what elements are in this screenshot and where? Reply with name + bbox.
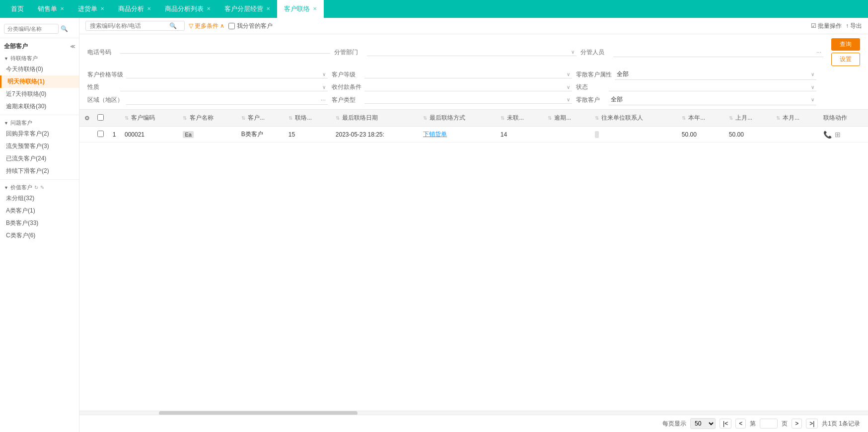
export-icon: ↑ xyxy=(846,22,849,29)
sidebar-item-b-class[interactable]: B类客户(33) xyxy=(0,217,79,229)
top-navigation: 首页 销售单 ✕ 进货单 ✕ 商品分析 ✕ 商品分析列表 ✕ 客户分层经营 ✕ … xyxy=(0,0,868,18)
per-page-select[interactable]: 50 100 200 xyxy=(690,418,716,429)
export-button[interactable]: ↑ 导出 xyxy=(846,22,862,30)
row-uncontact: 14 xyxy=(498,127,545,143)
close-purchase-order-icon[interactable]: ✕ xyxy=(100,0,104,18)
sidebar-search-input[interactable] xyxy=(4,24,59,34)
sidebar-item-churned[interactable]: 已流失客户(24) xyxy=(0,152,79,165)
sidebar-search-icon[interactable]: 🔍 xyxy=(61,25,68,32)
dept-select[interactable]: ∨ xyxy=(367,48,577,56)
last-contact-date-col-header[interactable]: ⇅ 最后联络日期 xyxy=(333,110,420,127)
close-customer-tier-icon[interactable]: ✕ xyxy=(266,0,270,18)
uncontact-col-header[interactable]: ⇅ 未联... xyxy=(498,110,545,127)
phone-action-icon[interactable]: 📞 xyxy=(823,131,832,139)
select-all-checkbox[interactable] xyxy=(97,114,104,121)
customer-level-select[interactable]: ∨ xyxy=(364,71,572,78)
page-number-input[interactable]: 1 xyxy=(760,419,778,429)
nav-sales-order[interactable]: 销售单 ✕ xyxy=(31,0,71,18)
phone-input[interactable] xyxy=(120,51,330,54)
nav-product-analysis[interactable]: 商品分析 ✕ xyxy=(111,0,158,18)
this-month-col-header[interactable]: ⇅ 本月... xyxy=(773,110,820,127)
sidebar-item-a-class[interactable]: A类客户(1) xyxy=(0,205,79,217)
retail-attr-select[interactable]: 全部 ∨ xyxy=(615,69,816,80)
close-customer-contact-icon[interactable]: ✕ xyxy=(313,0,317,18)
retail-customer-select[interactable]: 全部 ∨ xyxy=(609,94,816,105)
last-month-col-header[interactable]: ⇅ 上月... xyxy=(726,110,773,127)
row-this-month xyxy=(773,127,820,143)
batch-operation-button[interactable]: ☑ 批量操作 xyxy=(811,22,842,30)
payment-select[interactable]: ∨ xyxy=(364,83,572,91)
sidebar-item-overdue[interactable]: 逾期未联络(30) xyxy=(0,100,79,113)
sort-icon10: ⇅ xyxy=(682,115,686,121)
filter-bar: 🔍 ▽ 更多条件 ∧ 我分管的客户 ☑ 批量操作 ↑ 导出 xyxy=(79,18,868,34)
sidebar-item-churn-warning[interactable]: 流失预警客户(3) xyxy=(0,140,79,152)
sort-icon5: ⇅ xyxy=(336,115,340,121)
sidebar-item-tomorrow[interactable]: 明天待联络(1) xyxy=(0,75,79,88)
unit-contact-col-header[interactable]: ⇅ 往来单位联系人 xyxy=(592,110,679,127)
region-select[interactable]: ··· xyxy=(126,95,328,105)
sidebar-item-ungrouped[interactable]: 未分组(32) xyxy=(0,192,79,205)
nav-customer-tier[interactable]: 客户分层经营 ✕ xyxy=(217,0,277,18)
manager-select[interactable]: ··· xyxy=(613,48,823,57)
overdue-col-header[interactable]: ⇅ 逾期... xyxy=(545,110,592,127)
customer-type-select[interactable]: ∨ xyxy=(364,96,572,104)
group-pending-contact: ▼ 待联络客户 xyxy=(0,53,79,63)
more-filter-button[interactable]: ▽ 更多条件 ∧ xyxy=(189,22,224,30)
customer-price-select[interactable]: ∨ xyxy=(126,71,328,78)
name-col-header[interactable]: ⇅ 客户名称 xyxy=(180,110,238,127)
last-contact-way-col-header[interactable]: ⇅ 最后联络方式 xyxy=(420,110,498,127)
arrow-icon: ▼ xyxy=(4,56,8,61)
search-box: 🔍 xyxy=(85,21,185,31)
page-end-label: 页 xyxy=(782,420,788,428)
arrow-icon3: ▼ xyxy=(4,185,8,190)
total-label: 共1页 1条记录 xyxy=(822,420,860,428)
status-select[interactable]: ∨ xyxy=(609,83,816,91)
code-col-header[interactable]: ⇅ 客户编码 xyxy=(122,110,180,127)
row-last-contact-way[interactable]: 下销货单 xyxy=(420,127,498,143)
all-customers-header[interactable]: 全部客户 ≪ xyxy=(0,40,79,53)
edit-icon[interactable]: ✎ xyxy=(40,185,44,190)
search-input[interactable] xyxy=(90,22,169,29)
type-col-header[interactable]: ⇅ 客户... xyxy=(238,110,286,127)
sidebar-item-7days[interactable]: 近7天待联络(0) xyxy=(0,88,79,100)
nav-home[interactable]: 首页 xyxy=(4,4,31,13)
query-button[interactable]: 查询 xyxy=(831,38,860,51)
sort-icon: ⇅ xyxy=(125,115,129,121)
gender-cell: 性质 ∨ xyxy=(87,83,328,91)
row-name[interactable]: Ea xyxy=(180,127,238,143)
sort-icon8: ⇅ xyxy=(548,115,552,121)
nav-customer-contact[interactable]: 客户联络 ✕ xyxy=(277,0,324,18)
nav-product-analysis-list[interactable]: 商品分析列表 ✕ xyxy=(158,0,217,18)
row-checkbox[interactable] xyxy=(97,131,104,137)
refresh-icon[interactable]: ↻ xyxy=(34,185,38,190)
sort-icon6: ⇅ xyxy=(423,115,427,121)
gender-select[interactable]: ∨ xyxy=(120,83,328,91)
table-row: 1 000021 Ea B类客户 15 2023-05-23 18:25: 下销… xyxy=(79,127,868,143)
status-label: 状态 xyxy=(576,83,606,91)
sidebar-item-declining[interactable]: 持续下滑客户(2) xyxy=(0,165,79,177)
row-code[interactable]: 000021 xyxy=(122,127,180,143)
gender-label: 性质 xyxy=(87,83,117,91)
close-product-analysis-list-icon[interactable]: ✕ xyxy=(207,0,211,18)
horizontal-scrollbar[interactable] xyxy=(79,411,868,415)
close-sales-order-icon[interactable]: ✕ xyxy=(60,0,64,18)
settings-col-header[interactable]: ⚙ xyxy=(79,110,94,127)
this-year-col-header[interactable]: ⇅ 本年... xyxy=(679,110,726,127)
sidebar-item-c-class[interactable]: C类客户(6) xyxy=(0,229,79,242)
sidebar-item-repurchase-abnormal[interactable]: 回购异常客户(2) xyxy=(0,128,79,140)
sidebar-item-today[interactable]: 今天待联络(0) xyxy=(0,63,79,75)
close-product-analysis-icon[interactable]: ✕ xyxy=(147,0,151,18)
nav-purchase-order[interactable]: 进货单 ✕ xyxy=(71,0,111,18)
first-page-button[interactable]: |< xyxy=(720,419,731,429)
contact-col-header[interactable]: ⇅ 联络... xyxy=(286,110,333,127)
last-page-button[interactable]: >| xyxy=(806,419,818,429)
action-icons: 📞 ⊞ xyxy=(823,131,865,139)
grid-action-icon[interactable]: ⊞ xyxy=(835,131,841,139)
chevron-down-icon6: ∨ xyxy=(567,84,570,90)
next-page-button[interactable]: > xyxy=(792,419,802,429)
check-col-header[interactable] xyxy=(94,110,107,127)
my-customer-checkbox[interactable] xyxy=(228,23,235,29)
search-icon[interactable]: 🔍 xyxy=(169,22,177,29)
prev-page-button[interactable]: < xyxy=(735,419,746,429)
reset-button[interactable]: 设置 xyxy=(831,53,860,66)
